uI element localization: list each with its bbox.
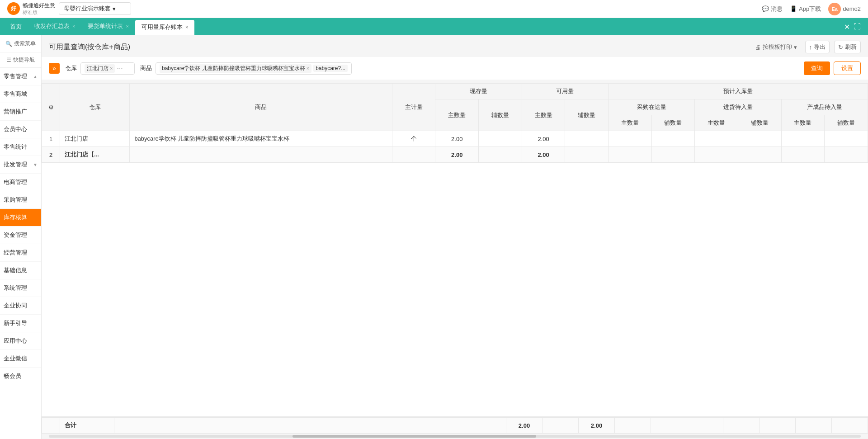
industry-selector[interactable]: 母婴行业演示账套 ▾ [59, 2, 131, 15]
logo-text: 畅捷通好生意 标准版 [23, 2, 55, 16]
sidebar-item-guide[interactable]: 新手引导 [0, 315, 41, 332]
quick-nav-btn[interactable]: ☰ 快捷导航 [0, 52, 41, 68]
row-stock-aux [479, 131, 522, 147]
maximize-icon[interactable]: ⛶ [854, 23, 861, 31]
th-product-pending: 产成品待入量 [781, 99, 868, 115]
chevron-down-icon: ▼ [33, 162, 38, 167]
sidebar-item-inventory[interactable]: 库存核算 [0, 209, 41, 227]
sidebar-item-app-center[interactable]: 应用中心 [0, 332, 41, 350]
settings-cog-icon[interactable]: ⚙ [48, 104, 54, 111]
chevron-down-icon: ▾ [794, 44, 797, 51]
close-tab-order[interactable]: × [126, 24, 128, 29]
sidebar-item-retail-management[interactable]: 零售管理 ▲ [0, 68, 41, 85]
print-btn[interactable]: 🖨 按模板打印 ▾ [751, 41, 801, 53]
close-all-tabs-icon[interactable]: ✕ [844, 23, 850, 31]
th-settings: ⚙ [42, 84, 60, 131]
row-prod-aux [825, 131, 868, 147]
sidebar-item-retail-mall[interactable]: 零售商城 [0, 85, 41, 103]
query-button[interactable]: 查询 [804, 61, 830, 75]
close-tab-receivable[interactable]: × [72, 24, 75, 29]
th-available-main: 主数量 [522, 99, 565, 131]
group-inb-main [695, 147, 738, 163]
th-stock-aux: 辅数量 [479, 99, 522, 131]
footer-empty2 [114, 418, 470, 434]
inventory-table: ⚙ 仓库 商品 主计量 现存量 可用量 预计入库量 主数量 辅数量 主数量 辅数… [42, 83, 868, 163]
group-available-aux [565, 147, 609, 163]
footer-pur-main [651, 418, 687, 434]
footer-pur-aux [687, 418, 723, 434]
settings-button[interactable]: 设置 [834, 61, 861, 75]
group-prod-aux [825, 147, 868, 163]
tab-order-stats[interactable]: 要货单统计表 × [81, 18, 135, 35]
footer-stock-aux [542, 418, 579, 434]
table-container[interactable]: ⚙ 仓库 商品 主计量 现存量 可用量 预计入库量 主数量 辅数量 主数量 辅数… [42, 83, 868, 416]
more-icon[interactable]: ··· [117, 64, 123, 72]
row-warehouse: 江北门店 [60, 131, 130, 147]
sidebar-item-system[interactable]: 系统管理 [0, 279, 41, 297]
row-available-main: 2.00 [522, 131, 565, 147]
filter-expand-btn[interactable]: » [49, 63, 60, 74]
top-bar-right: 💬 消息 📱 App下载 Ea demo2 [762, 3, 861, 15]
footer-table: 合计 2.00 2.00 [42, 417, 868, 434]
row-pur-aux [651, 131, 695, 147]
footer-total-label: 合计 [60, 418, 114, 434]
remove-warehouse-tag[interactable]: × [110, 66, 113, 71]
group-available-main: 2.00 [522, 147, 565, 163]
horizontal-scrollbar[interactable] [42, 434, 868, 439]
sidebar-item-basics[interactable]: 基础信息 [0, 262, 41, 279]
group-warehouse: 江北门店【... [60, 147, 130, 163]
sidebar-item-purchasing[interactable]: 采购管理 [0, 191, 41, 209]
th-pur-main: 主数量 [609, 115, 652, 131]
group-unit [392, 147, 435, 163]
sidebar-item-wholesale[interactable]: 批发管理 ▼ [0, 156, 41, 174]
message-btn[interactable]: 💬 消息 [762, 5, 783, 13]
row-stock-main: 2.00 [435, 131, 479, 147]
product-tag-2: babycare?... [313, 65, 348, 72]
remove-product-tag1[interactable]: × [307, 66, 309, 71]
chevron-up-icon: ▲ [33, 74, 38, 79]
footer-available-main: 2.00 [579, 418, 615, 434]
sidebar-item-membership[interactable]: 会员中心 [0, 121, 41, 138]
footer-empty1 [42, 418, 60, 434]
row-available-aux [565, 131, 609, 147]
tab-receivable-summary[interactable]: 收发存汇总表 × [28, 18, 81, 35]
tab-available-inventory[interactable]: 可用量库存账本 × [135, 20, 194, 35]
th-warehouse: 仓库 [60, 84, 130, 131]
sidebar-item-ecommerce[interactable]: 电商管理 [0, 174, 41, 191]
group-inb-aux [738, 147, 781, 163]
row-inb-main [695, 131, 738, 147]
group-no: 2 [42, 147, 60, 163]
close-tab-inventory[interactable]: × [185, 24, 188, 30]
app-download-btn[interactable]: 📱 App下载 [790, 5, 821, 13]
warehouse-tag: 江北门店 × [85, 64, 115, 73]
sidebar-item-wechat[interactable]: 企业微信 [0, 350, 41, 368]
sidebar-search-area: 🔍 搜索菜单 [0, 35, 41, 52]
sidebar-item-marketing[interactable]: 营销推广 [0, 103, 41, 121]
warehouse-filter-input[interactable]: 江北门店 × ··· [80, 62, 135, 75]
sidebar-item-operations[interactable]: 经营管理 [0, 244, 41, 262]
row-prod-main [781, 131, 825, 147]
table-footer: 合计 2.00 2.00 [42, 416, 868, 434]
product-tag-1: babycare学饮杯 儿童防摔防撞吸管杯重力球吸嘴杯宝宝水杯 × [160, 64, 311, 73]
sidebar-item-finance[interactable]: 资金管理 [0, 227, 41, 244]
th-inb-aux: 辅数量 [738, 115, 781, 131]
chevron-down-icon: ▾ [113, 5, 116, 12]
tab-home[interactable]: 首页 [4, 18, 28, 35]
refresh-icon: ↻ [838, 44, 843, 51]
search-menu-btn[interactable]: 🔍 搜索菜单 [4, 40, 38, 47]
th-forecast-inbound: 预计入库量 [609, 84, 868, 99]
top-bar: 好 畅捷通好生意 标准版 母婴行业演示账套 ▾ 💬 消息 📱 App下载 Ea … [0, 0, 868, 18]
filter-actions: 查询 设置 [804, 61, 861, 75]
sidebar-item-enterprise[interactable]: 企业协同 [0, 297, 41, 315]
scrollbar-thumb[interactable] [292, 435, 536, 438]
product-filter-input[interactable]: babycare学饮杯 儿童防摔防撞吸管杯重力球吸嘴杯宝宝水杯 × babyca… [156, 62, 352, 75]
print-icon: 🖨 [755, 44, 761, 51]
sidebar-item-member[interactable]: 畅会员 [0, 368, 41, 385]
sidebar-item-retail-stats[interactable]: 零售统计 [0, 138, 41, 156]
product-filter-group: 商品 babycare学饮杯 儿童防摔防撞吸管杯重力球吸嘴杯宝宝水杯 × bab… [140, 62, 352, 75]
group-stock-aux [479, 147, 522, 163]
user-profile[interactable]: Ea demo2 [828, 3, 861, 15]
refresh-btn[interactable]: ↻ 刷新 [834, 41, 861, 53]
export-btn[interactable]: ↑ 导出 [805, 41, 830, 53]
top-bar-left: 好 畅捷通好生意 标准版 母婴行业演示账套 ▾ [7, 2, 131, 16]
